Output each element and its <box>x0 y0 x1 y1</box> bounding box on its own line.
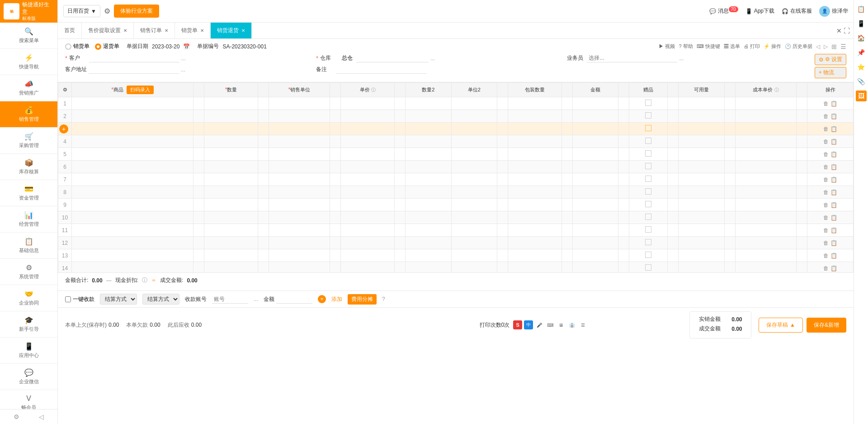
select-btn[interactable]: ☰ 选单 <box>724 43 740 50</box>
sidebar-item-search[interactable]: 🔍 搜索菜单 <box>0 23 57 49</box>
fee-split-help-icon[interactable]: ? <box>382 296 385 302</box>
shortcut-key-btn[interactable]: ⌨ 快捷键 <box>697 43 720 50</box>
tab-close-icon[interactable]: ✕ <box>836 27 842 34</box>
save-new-button[interactable]: 保存&新增 <box>807 318 846 333</box>
row-1-quantity[interactable] <box>204 97 258 110</box>
trial-button[interactable]: 体验行业方案 <box>114 5 159 18</box>
topbar-settings-icon[interactable]: ⚙ <box>104 7 110 15</box>
copy-row-7-icon[interactable]: 📋 <box>830 176 837 183</box>
history-btn[interactable]: 🕐 历史单据 <box>785 43 812 50</box>
right-panel-icon-6[interactable]: 📎 <box>856 76 867 87</box>
copy-row-8-icon[interactable]: 📋 <box>830 189 837 195</box>
sidebar-collapse-icon[interactable]: ◁ <box>39 413 44 420</box>
copy-row-13-icon[interactable]: 📋 <box>830 252 837 259</box>
account-input[interactable] <box>212 295 248 304</box>
row-1-pkg[interactable] <box>508 97 562 110</box>
sidebar-item-enterprise[interactable]: 🤝 企业协同 <box>0 285 57 311</box>
delete-row-5-icon[interactable]: 🗑 <box>823 151 829 157</box>
address-dots[interactable]: ... <box>181 67 185 73</box>
sidebar-item-sales[interactable]: 💰 销售管理 <box>0 101 57 128</box>
tab-price-extract[interactable]: 售价提取设置 ✕ <box>82 23 134 38</box>
amount-input[interactable] <box>276 295 312 304</box>
delete-row-9-icon[interactable]: 🗑 <box>823 202 829 208</box>
copy-new-row-icon[interactable]: 📋 <box>830 126 837 132</box>
row-1-cost[interactable] <box>735 97 797 110</box>
delete-row-10-icon[interactable]: 🗑 <box>823 214 829 221</box>
settings-side-btn[interactable]: ⚙ ⚙ 设置 <box>815 54 846 65</box>
row-1-amount[interactable] <box>572 97 618 110</box>
sys-icon-kb[interactable]: ⌨ <box>546 320 555 329</box>
col-settings[interactable]: ⚙ <box>58 83 72 97</box>
sidebar-item-purchase[interactable]: 🛒 采购管理 <box>0 128 57 154</box>
radio-return-bill[interactable]: 退货单 <box>95 43 119 50</box>
sidebar-item-marketing[interactable]: 📣 营销推广 <box>0 75 57 101</box>
account-dots[interactable]: ... <box>254 296 258 302</box>
tab-sales-order[interactable]: 销售订单 ✕ <box>134 23 175 38</box>
delete-row-14-icon[interactable]: 🗑 <box>823 265 829 272</box>
address-input[interactable] <box>89 65 179 74</box>
copy-row-12-icon[interactable]: 📋 <box>830 240 837 246</box>
sys-icon-shirt[interactable]: 👔 <box>567 320 576 329</box>
fee-split-btn[interactable]: 费用分摊 <box>348 294 377 305</box>
warehouse-dots[interactable]: ... <box>430 55 435 62</box>
copy-row-11-icon[interactable]: 📋 <box>830 227 837 233</box>
logistics-side-btn[interactable]: + 物流 <box>815 67 846 78</box>
help-btn[interactable]: ? 帮助 <box>679 43 693 50</box>
row-1-product[interactable] <box>72 97 193 110</box>
sidebar-item-guide[interactable]: 🎓 新手引导 <box>0 311 57 338</box>
tab-home[interactable]: 首页 <box>58 23 82 38</box>
salesperson-input[interactable] <box>587 54 677 62</box>
delete-row-1-icon[interactable]: 🗑 <box>823 100 829 107</box>
right-panel-icon-4[interactable]: 📌 <box>856 47 867 58</box>
sys-icon-s[interactable]: S <box>513 320 522 329</box>
print-btn[interactable]: 🖨 打印 <box>744 43 760 50</box>
right-panel-icon-2[interactable]: 📱 <box>856 18 867 29</box>
row-2-product[interactable] <box>72 110 193 123</box>
delete-row-7-icon[interactable]: 🗑 <box>823 176 829 183</box>
tab-fullscreen-icon[interactable]: ⛶ <box>844 27 850 34</box>
tab-close-sales-bill[interactable]: ✕ <box>200 28 204 33</box>
one-key-pay-check[interactable] <box>65 296 71 302</box>
copy-row-14-icon[interactable]: 📋 <box>830 265 837 272</box>
sidebar-item-finance[interactable]: 💳 资金管理 <box>0 180 57 206</box>
copy-row-1-icon[interactable]: 📋 <box>830 100 837 107</box>
table-scroll-area[interactable]: ⚙ *商品 扫码录入 *数量 *销售单位 单价 ⓘ <box>58 82 854 272</box>
delete-new-row-icon[interactable]: 🗑 <box>823 126 829 132</box>
list-view-icon[interactable]: ☰ <box>840 43 846 50</box>
add-payment-btn[interactable]: + <box>318 295 326 303</box>
sys-icon-mic[interactable]: 🎤 <box>535 320 544 329</box>
delete-row-8-icon[interactable]: 🗑 <box>823 189 829 195</box>
delete-row-2-icon[interactable]: 🗑 <box>823 113 829 119</box>
next-record-icon[interactable]: ▷ <box>824 43 828 50</box>
settle-method-select[interactable]: 结算方式 <box>100 294 137 305</box>
customer-dots[interactable]: ... <box>181 55 186 62</box>
delete-row-12-icon[interactable]: 🗑 <box>823 240 829 246</box>
customer-input[interactable] <box>89 54 179 62</box>
prev-record-icon[interactable]: ◁ <box>816 43 820 50</box>
message-item[interactable]: 💬 消息 70 <box>709 7 738 15</box>
sidebar-item-operations[interactable]: 📊 经营管理 <box>0 206 57 233</box>
sys-icon-zh[interactable]: 中 <box>524 320 533 329</box>
delete-row-6-icon[interactable]: 🗑 <box>823 164 829 170</box>
copy-row-4-icon[interactable]: 📋 <box>830 138 837 145</box>
tab-sales-return[interactable]: 销货退货 ✕ <box>211 23 252 38</box>
delete-row-4-icon[interactable]: 🗑 <box>823 138 829 145</box>
copy-row-9-icon[interactable]: 📋 <box>830 202 837 208</box>
salesperson-dots[interactable]: ... <box>679 55 684 62</box>
app-download-item[interactable]: 📱 App下载 <box>745 7 774 15</box>
tab-close-sales-order[interactable]: ✕ <box>165 28 168 33</box>
copy-row-6-icon[interactable]: 📋 <box>830 164 837 170</box>
row-1-available[interactable] <box>679 97 725 110</box>
sidebar-item-apps[interactable]: 📱 应用中心 <box>0 338 57 364</box>
sys-icon-monitor[interactable]: 🖥 <box>557 320 566 329</box>
grid-view-icon[interactable]: ⊞ <box>831 43 837 50</box>
operation-btn[interactable]: ⚡ 操作 <box>764 43 781 50</box>
row-1-unit[interactable] <box>269 97 330 110</box>
tab-close-price-extract[interactable]: ✕ <box>123 28 127 33</box>
row-1-unit2[interactable] <box>451 97 497 110</box>
sidebar-item-shortcut[interactable]: ⚡ 快捷导航 <box>0 49 57 75</box>
warehouse-input[interactable] <box>356 54 429 62</box>
calc-method-select[interactable]: 结算方式 <box>142 294 179 305</box>
add-row-icon[interactable]: + <box>59 124 68 133</box>
online-service-item[interactable]: 🎧 在线客服 <box>782 7 812 15</box>
